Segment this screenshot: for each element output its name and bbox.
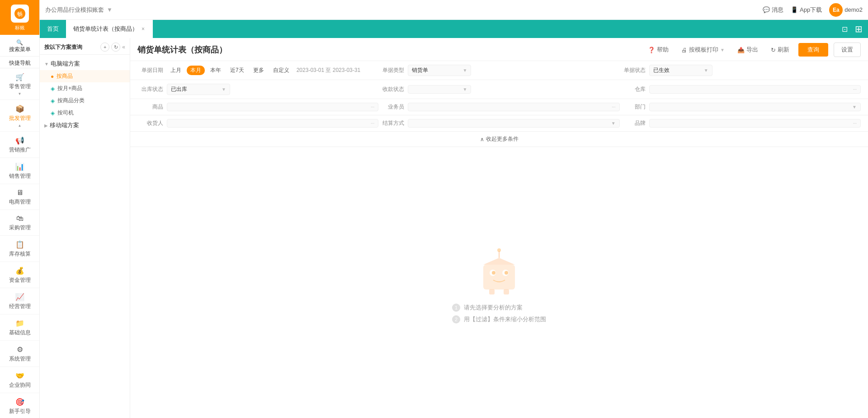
salesman-control: ··· bbox=[408, 103, 619, 111]
quick-nav[interactable]: 快捷导航 bbox=[0, 57, 39, 68]
sidebar-item-newbie-label: 新手引导 bbox=[9, 408, 31, 415]
svg-rect-2 bbox=[483, 265, 515, 290]
print-button[interactable]: 🖨 按模板打印 ▼ bbox=[678, 44, 728, 56]
doc-status-select[interactable]: 已生效 ▼ bbox=[649, 65, 712, 76]
tab-report[interactable]: 销货单统计表（按商品） × bbox=[66, 20, 153, 38]
tree-item-by-driver[interactable]: ◈ 按司机 bbox=[40, 107, 130, 119]
tab-restore-icon[interactable]: ⊡ bbox=[840, 23, 849, 35]
collect-status-arrow: ▼ bbox=[462, 87, 467, 92]
page-title: 销货单统计表（按商品） bbox=[137, 44, 227, 55]
salesman-input[interactable]: ··· bbox=[408, 103, 619, 111]
collect-status-select[interactable]: ▼ bbox=[408, 85, 471, 94]
sidebar-item-retail[interactable]: 🛒 零售管理 ▼ bbox=[0, 68, 39, 100]
sidebar-item-sales[interactable]: 📊 销售管理 bbox=[0, 158, 39, 184]
tree-item-by-month-goods[interactable]: ◈ 按月+商品 bbox=[40, 82, 130, 95]
search-label: 搜索菜单 bbox=[9, 46, 31, 52]
tree-item-by-goods-label: 按商品 bbox=[57, 72, 73, 80]
brand-input[interactable]: ··· bbox=[649, 119, 861, 128]
setting-button[interactable]: 设置 bbox=[834, 43, 861, 57]
refresh-scheme-button[interactable]: ↻ bbox=[111, 43, 120, 52]
tree-item-by-category[interactable]: ◈ 按商品分类 bbox=[40, 95, 130, 107]
sidebar-item-inventory[interactable]: 📋 库存核算 bbox=[0, 236, 39, 262]
settle-arrow: ▼ bbox=[611, 121, 616, 126]
warehouse-input[interactable]: ··· bbox=[649, 85, 861, 94]
sidebar-item-operation[interactable]: 📈 经营管理 bbox=[0, 288, 39, 314]
receiver-input[interactable]: ··· bbox=[167, 119, 378, 128]
sidebar-item-system[interactable]: ⚙ 系统管理 bbox=[0, 341, 39, 367]
tree-item-by-driver-label: 按司机 bbox=[57, 109, 74, 117]
help-icon: ❓ bbox=[648, 47, 655, 53]
doc-type-select[interactable]: 销货单 ▼ bbox=[408, 65, 471, 76]
settle-label: 结算方式 bbox=[378, 119, 408, 127]
sidebar-item-basic[interactable]: 📁 基础信息 bbox=[0, 314, 39, 341]
date-range: 2023-03-01 至 2023-03-31 bbox=[297, 66, 360, 74]
tree-group-mobile[interactable]: ▶ 移动端方案 bbox=[40, 119, 130, 132]
sidebar-item-finance[interactable]: 💰 资金管理 bbox=[0, 262, 39, 288]
date-tab-last-month[interactable]: 上月 bbox=[167, 66, 185, 75]
page-actions: ❓ 帮助 🖨 按模板打印 ▼ 📤 导出 ↻ 刷新 bbox=[644, 43, 861, 57]
collapse-icon: ∧ bbox=[480, 136, 484, 142]
chevron-down-icon: ▼ bbox=[18, 92, 22, 96]
sidebar-item-ecommerce[interactable]: 🖥 电商管理 bbox=[0, 184, 39, 210]
sidebar-item-operation-label: 经营管理 bbox=[9, 303, 31, 310]
department-select[interactable]: ▼ bbox=[649, 103, 861, 111]
query-button[interactable]: 查询 bbox=[798, 43, 828, 57]
sidebar-item-purchase[interactable]: 🛍 采购管理 bbox=[0, 210, 39, 236]
goods-input[interactable]: ··· bbox=[167, 103, 378, 111]
svg-rect-9 bbox=[489, 289, 495, 294]
date-tab-this-year[interactable]: 本年 bbox=[207, 66, 225, 75]
sidebar: 畅 标账 🔍 搜索菜单 快捷导航 🛒 零售管理 ▼ 📦 批发管理 ▲ 📢 营销推… bbox=[0, 0, 40, 418]
search-menu[interactable]: 🔍 搜索菜单 bbox=[0, 35, 39, 57]
tab-minimize-icon[interactable]: ⊞ bbox=[853, 22, 864, 36]
tab-close-icon[interactable]: × bbox=[141, 25, 146, 33]
tree-group-mobile-label: 移动端方案 bbox=[50, 121, 79, 129]
receiver-cell: 收货人 ··· bbox=[137, 119, 378, 128]
tree-group-pc[interactable]: ▼ 电脑端方案 bbox=[40, 57, 130, 70]
sidebar-item-cooperation[interactable]: 🤝 企业协同 bbox=[0, 367, 39, 393]
help-button[interactable]: ❓ 帮助 bbox=[644, 44, 672, 56]
empty-illustration bbox=[472, 242, 526, 296]
settle-select[interactable]: ▼ bbox=[408, 119, 619, 128]
empty-state: 1 请先选择要分析的方案 2 用【过滤】条件来缩小分析范围 bbox=[130, 147, 868, 418]
out-status-select[interactable]: 已出库 ▼ bbox=[167, 84, 230, 95]
date-tab-this-month[interactable]: 本月 bbox=[187, 66, 205, 75]
sidebar-item-purchase-label: 采购管理 bbox=[9, 224, 31, 232]
print-icon: 🖨 bbox=[681, 47, 687, 53]
message-button[interactable]: 💬 消息 bbox=[763, 6, 783, 14]
salesman-label: 业务员 bbox=[378, 103, 408, 111]
collapse-more-button[interactable]: ∧ 收起更多条件 bbox=[130, 132, 868, 147]
sidebar-item-marketing[interactable]: 📢 营销推广 bbox=[0, 132, 39, 158]
sidebar-item-wholesale[interactable]: 📦 批发管理 ▲ bbox=[0, 100, 39, 132]
app-download-button[interactable]: 📱 App下载 bbox=[791, 6, 822, 14]
refresh-button[interactable]: ↻ 刷新 bbox=[767, 44, 793, 56]
breadcrumb-arrow[interactable]: ▼ bbox=[107, 6, 113, 13]
quick-nav-label: 快捷导航 bbox=[9, 60, 31, 66]
tree-section: ▼ 电脑端方案 ● 按商品 ◈ 按月+商品 ◈ 按商品分类 ◈ 按司机 bbox=[40, 55, 130, 418]
tree-item-by-month-goods-label: 按月+商品 bbox=[57, 85, 82, 92]
add-scheme-button[interactable]: + bbox=[100, 43, 109, 52]
filter-row-4: 收货人 ··· 结算方式 ▼ bbox=[130, 115, 868, 132]
svg-point-6 bbox=[505, 271, 508, 275]
date-tab-7days[interactable]: 近7天 bbox=[226, 66, 248, 75]
date-tab-custom[interactable]: 自定义 bbox=[269, 66, 293, 75]
sidebar-item-newbie[interactable]: 🎯 新手引导 bbox=[0, 393, 39, 418]
doc-type-label: 单据类型 bbox=[378, 66, 408, 74]
collapse-panel-button[interactable]: « bbox=[122, 44, 125, 50]
out-status-label: 出库状态 bbox=[137, 86, 167, 93]
empty-tips: 1 请先选择要分析的方案 2 用【过滤】条件来缩小分析范围 bbox=[452, 304, 546, 323]
user-menu[interactable]: Ea demo2 bbox=[829, 3, 863, 17]
collect-status-cell: 收款状态 ▼ bbox=[378, 84, 619, 95]
operation-icon: 📈 bbox=[15, 293, 24, 301]
doc-type-control: 销货单 ▼ bbox=[408, 65, 619, 76]
tree-item-by-goods[interactable]: ● 按商品 bbox=[40, 70, 130, 82]
date-tab-more[interactable]: 更多 bbox=[250, 66, 268, 75]
inventory-icon: 📋 bbox=[15, 240, 24, 249]
sidebar-item-sales-label: 销售管理 bbox=[9, 172, 31, 180]
app-icon: 📱 bbox=[791, 6, 798, 13]
export-button[interactable]: 📤 导出 bbox=[734, 44, 762, 56]
avatar-text: Ea bbox=[833, 7, 840, 13]
goods-dots: ··· bbox=[371, 104, 374, 109]
filter-row-3: 商品 ··· 业务员 ··· bbox=[130, 99, 868, 115]
tab-home[interactable]: 首页 bbox=[40, 20, 66, 38]
left-panel-header: 按以下方案查询 + ↻ « bbox=[40, 38, 130, 55]
